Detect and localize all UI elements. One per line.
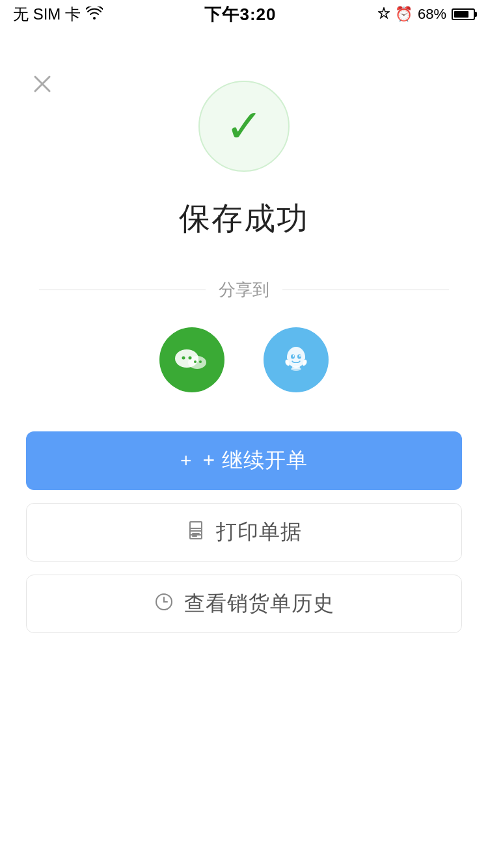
print-label: 打印单据 (216, 518, 302, 547)
carrier-info: 无 SIM 卡 (13, 4, 103, 25)
svg-rect-18 (192, 536, 197, 537)
wechat-share-button[interactable] (159, 327, 224, 392)
wechat-logo (172, 340, 211, 379)
close-button[interactable] (26, 68, 59, 100)
share-label: 分享到 (219, 278, 269, 301)
view-history-label: 查看销货单历史 (184, 590, 334, 618)
success-title: 保存成功 (179, 198, 309, 239)
plus-icon: + (180, 450, 193, 472)
continue-order-button[interactable]: + + 继续开单 (26, 431, 462, 490)
share-icons-row (159, 327, 329, 392)
svg-point-12 (299, 355, 301, 357)
action-buttons: + + 继续开单 打印单据 (0, 431, 488, 633)
svg-point-6 (194, 360, 197, 363)
history-icon (154, 592, 174, 616)
time-display: 下午3:20 (204, 3, 276, 26)
svg-rect-15 (190, 522, 202, 528)
success-circle: ✓ (198, 81, 290, 172)
qq-logo (277, 340, 316, 379)
print-button[interactable]: 打印单据 (26, 503, 462, 562)
alarm-icon: ⏰ (395, 6, 413, 23)
svg-point-9 (291, 355, 295, 359)
battery-info: ⏰ 68% (378, 6, 475, 23)
svg-rect-17 (192, 533, 200, 534)
qq-share-button[interactable] (264, 327, 329, 392)
battery-icon (452, 8, 475, 20)
svg-point-10 (297, 355, 301, 359)
svg-point-7 (199, 360, 202, 363)
battery-percent: 68% (418, 6, 446, 23)
status-bar: 无 SIM 卡 下午3:20 ⏰ 68% (0, 0, 488, 29)
share-divider: 分享到 (0, 278, 488, 301)
printer-icon (186, 521, 206, 545)
svg-point-4 (182, 357, 185, 360)
checkmark-icon: ✓ (225, 103, 264, 149)
main-content: ✓ 保存成功 分享到 (0, 29, 488, 868)
divider-line-left (39, 290, 206, 290)
continue-order-label: + 继续开单 (202, 446, 308, 475)
view-history-button[interactable]: 查看销货单历史 (26, 575, 462, 633)
svg-rect-14 (292, 366, 300, 369)
divider-line-right (282, 290, 449, 290)
close-icon (33, 74, 52, 94)
share-section: 分享到 (0, 278, 488, 392)
carrier-label: 无 SIM 卡 (13, 4, 81, 25)
location-icon (378, 6, 390, 23)
svg-point-19 (200, 530, 202, 532)
wifi-icon (86, 5, 103, 23)
svg-point-8 (287, 347, 305, 368)
svg-point-11 (293, 355, 294, 357)
svg-point-5 (189, 357, 192, 360)
